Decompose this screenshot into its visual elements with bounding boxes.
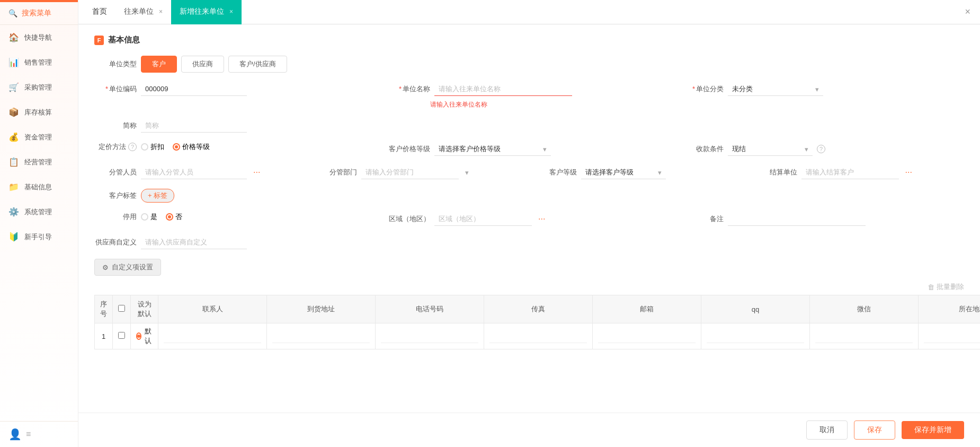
tab-home[interactable]: 首页 xyxy=(84,0,115,24)
region-label: 区域（地区） xyxy=(388,214,430,224)
disable-no-radio[interactable] xyxy=(166,213,173,221)
customer-price-select[interactable]: 请选择客户价格等级 xyxy=(434,142,551,156)
row-checkbox[interactable] xyxy=(118,332,125,339)
sidebar-item-sales[interactable]: 📊 销售管理 xyxy=(0,50,78,75)
window-close-button[interactable]: × xyxy=(960,4,975,20)
tab-new-transaction[interactable]: 新增往来单位 × xyxy=(171,0,242,24)
row-address[interactable] xyxy=(267,323,376,349)
disable-no[interactable]: 否 xyxy=(166,212,182,222)
tab-new-transaction-label: 新增往来单位 xyxy=(180,7,224,16)
sidebar-item-label: 库存核算 xyxy=(24,108,52,117)
disable-yes-radio[interactable] xyxy=(141,213,148,221)
cancel-button[interactable]: 取消 xyxy=(806,420,848,440)
unit-type-customer[interactable]: 客户 xyxy=(141,56,177,73)
close-new-transaction-icon[interactable]: × xyxy=(229,8,233,15)
row-wechat[interactable] xyxy=(810,323,919,349)
disable-yes-label: 是 xyxy=(150,212,157,222)
settlement-more-button[interactable]: ··· xyxy=(903,168,914,177)
supplier-custom-label: 供应商自定义 xyxy=(94,238,137,247)
save-and-new-button[interactable]: 保存并新增 xyxy=(902,421,964,439)
customer-level-select[interactable]: 请选择客户等级 xyxy=(581,165,666,179)
select-all-checkbox[interactable] xyxy=(118,305,125,312)
contact-input[interactable] xyxy=(164,329,261,343)
dept-input[interactable] xyxy=(361,165,459,179)
sidebar-item-label: 经营管理 xyxy=(24,157,52,167)
custom-settings-label: 自定义项设置 xyxy=(112,262,153,272)
disable-yes[interactable]: 是 xyxy=(141,212,157,222)
sidebar-item-basic-info[interactable]: 📁 基础信息 xyxy=(0,174,78,199)
dept-dropdown-icon[interactable]: ▾ xyxy=(465,169,469,177)
row-email[interactable] xyxy=(593,323,701,349)
manager-label: 分管人员 xyxy=(94,168,137,177)
batch-delete-label[interactable]: 批量删除 xyxy=(937,282,964,292)
sidebar-item-quick-nav[interactable]: 🏠 快捷导航 xyxy=(0,25,78,50)
manager-more-button[interactable]: ··· xyxy=(251,168,262,177)
supplier-custom-input[interactable] xyxy=(141,235,247,249)
add-tag-button[interactable]: + 标签 xyxy=(141,189,174,203)
row-region[interactable] xyxy=(919,323,981,349)
unit-type-label: 单位类型 xyxy=(94,59,137,69)
search-menu[interactable]: 🔍 搜索菜单 xyxy=(0,2,78,25)
menu-icon: ≡ xyxy=(26,430,31,439)
disable-field: 停用 是 否 xyxy=(94,212,377,222)
unit-code-input[interactable] xyxy=(141,82,247,96)
unit-type-both[interactable]: 客户/供应商 xyxy=(228,56,287,73)
fax-input[interactable] xyxy=(489,329,587,343)
remark-input[interactable] xyxy=(728,212,866,226)
sidebar-item-system[interactable]: ⚙️ 系统管理 xyxy=(0,199,78,224)
region-field: 区域（地区） ··· xyxy=(377,212,671,226)
inventory-icon: 📦 xyxy=(8,107,19,117)
pricing-level[interactable]: 价格等级 xyxy=(173,142,210,152)
manager-input[interactable] xyxy=(141,165,247,179)
customer-price-select-wrapper: 请选择客户价格等级 xyxy=(434,142,551,156)
batch-delete-wrapper: 🗑 批量删除 xyxy=(94,282,964,292)
unit-category-select[interactable]: 未分类 xyxy=(728,82,823,96)
tag-field: 客户标签 + 标签 xyxy=(94,189,964,203)
discount-radio[interactable] xyxy=(141,143,148,151)
custom-settings-button[interactable]: ⚙ 自定义项设置 xyxy=(94,259,161,276)
row-default-radio[interactable]: 默认 xyxy=(136,327,153,346)
email-input[interactable] xyxy=(598,329,696,343)
close-transactions-icon[interactable]: × xyxy=(159,8,163,15)
sidebar-item-label: 基础信息 xyxy=(24,182,52,192)
pricing-discount[interactable]: 折扣 xyxy=(141,142,164,152)
save-button[interactable]: 保存 xyxy=(854,420,895,440)
settlement-input[interactable] xyxy=(801,165,899,179)
qq-input[interactable] xyxy=(707,329,804,343)
unit-type-row: 单位类型 客户 供应商 客户/供应商 xyxy=(94,56,964,73)
row-qq[interactable] xyxy=(701,323,810,349)
remark-label: 备注 xyxy=(681,214,724,224)
sidebar-item-operations[interactable]: 📋 经营管理 xyxy=(0,150,78,174)
payment-help-icon[interactable]: ? xyxy=(817,145,825,153)
unit-category-select-wrapper: 未分类 xyxy=(728,82,823,96)
sidebar-item-purchase[interactable]: 🛒 采购管理 xyxy=(0,75,78,100)
row-fax[interactable] xyxy=(484,323,593,349)
abbr-input[interactable] xyxy=(141,119,247,133)
sidebar-item-guide[interactable]: 🔰 新手引导 xyxy=(0,224,78,249)
row-contact[interactable] xyxy=(158,323,267,349)
sidebar-item-inventory[interactable]: 📦 库存核算 xyxy=(0,100,78,125)
gear-icon: ⚙ xyxy=(102,264,109,271)
unit-category-label: *单位分类 xyxy=(681,84,724,94)
tab-transactions[interactable]: 往来单位 × xyxy=(115,0,171,24)
wechat-input[interactable] xyxy=(815,329,913,343)
phone-input[interactable] xyxy=(381,329,478,343)
address-input[interactable] xyxy=(272,329,370,343)
unit-name-input[interactable] xyxy=(434,82,572,96)
th-wechat: 微信 xyxy=(810,295,919,323)
payment-select[interactable]: 现结 xyxy=(728,142,813,156)
sidebar-item-label: 采购管理 xyxy=(24,83,52,92)
table-row: 1 默认 xyxy=(95,323,981,349)
pricing-help-icon[interactable]: ? xyxy=(128,143,137,151)
pricing-radio-group: 折扣 价格等级 xyxy=(141,142,210,152)
row-phone[interactable] xyxy=(376,323,484,349)
section-header: F 基本信息 xyxy=(94,35,964,45)
level-radio[interactable] xyxy=(173,143,180,151)
sidebar-item-finance[interactable]: 💰 资金管理 xyxy=(0,125,78,150)
region-more-button[interactable]: ··· xyxy=(536,214,547,224)
region-input[interactable] xyxy=(434,212,532,226)
tab-bar: 首页 往来单位 × 新增往来单位 × × xyxy=(78,0,980,24)
abbr-row: 简称 xyxy=(94,119,964,133)
region-table-input[interactable] xyxy=(924,329,980,343)
unit-type-supplier[interactable]: 供应商 xyxy=(181,56,224,73)
